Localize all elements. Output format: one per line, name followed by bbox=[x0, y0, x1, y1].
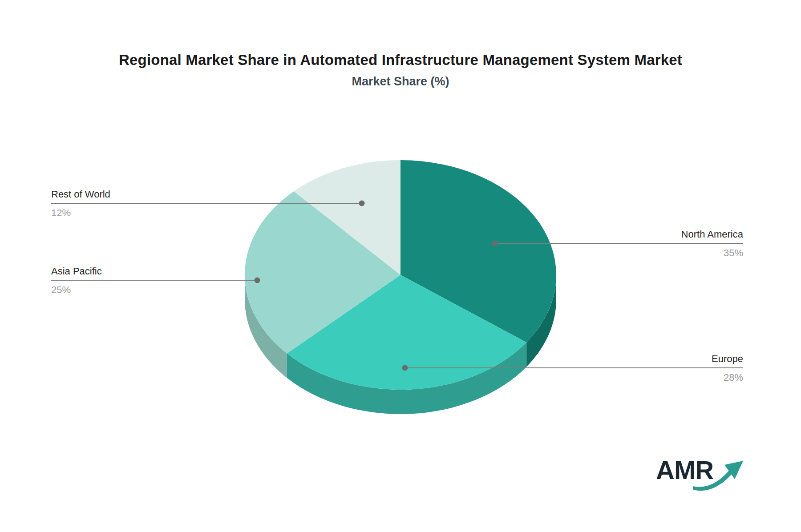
callout-label-rest-of-world: Rest of World bbox=[51, 189, 110, 200]
callout-value-rest-of-world: 12% bbox=[51, 207, 71, 219]
callout-label-asia-pacific: Asia Pacific bbox=[51, 266, 102, 277]
chart-canvas: Regional Market Share in Automated Infra… bbox=[0, 0, 801, 532]
pie-chart bbox=[0, 0, 801, 532]
callout-value-asia-pacific: 25% bbox=[51, 284, 71, 296]
growth-arrow-icon bbox=[692, 459, 745, 495]
callout-value-north-america: 35% bbox=[724, 247, 743, 259]
leader-dot-rest-of-world bbox=[359, 201, 365, 206]
leader-dot-asia-pacific bbox=[255, 278, 260, 283]
callout-label-north-america: North America bbox=[681, 229, 743, 240]
amr-logo: AMR bbox=[656, 456, 754, 496]
callout-label-europe: Europe bbox=[712, 353, 743, 365]
leader-dot-north-america bbox=[492, 241, 498, 246]
callout-value-europe: 28% bbox=[724, 372, 743, 383]
leader-dot-europe bbox=[402, 365, 408, 371]
